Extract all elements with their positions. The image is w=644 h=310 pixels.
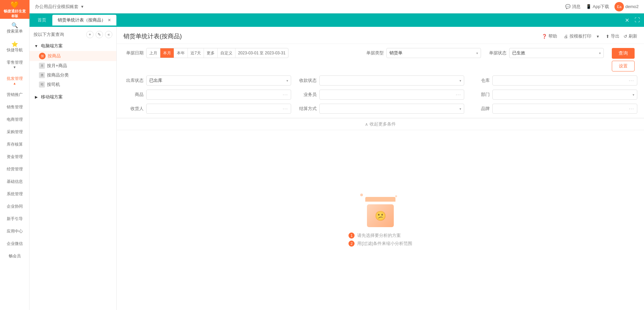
brand-label: 品牌 [470,106,490,112]
tree-item-by-product[interactable]: 按 按商品 [30,51,116,61]
sidebar-item-marketing[interactable]: 营销推广 [0,89,29,101]
sidebar-item-basic[interactable]: 基础信息 [0,175,29,188]
out-status-label: 出库状态 [123,78,144,84]
sidebar-item-membership[interactable]: 畅会员 [0,250,29,262]
tree-mobile-schemes[interactable]: ▶ 移动端方案 [30,92,116,102]
empty-state: 😕 1 请先选择要分析的方案 2 用[过滤]条件来缩小分析范围 [117,130,644,310]
date-last-month-btn[interactable]: 上月 [147,48,160,58]
print-btn[interactable]: 🖨 按模板打印 [561,33,594,39]
out-status-arrow-icon: ▾ [286,79,288,83]
tab-close-window-btn[interactable]: ✕ [624,16,631,25]
tab-close-icon[interactable]: ✕ [108,18,111,22]
recipient-input[interactable]: ··· [146,104,291,114]
app-download-btn[interactable]: 📱 App下载 [586,4,609,10]
sidebar-item-system[interactable]: 系统管理 [0,188,29,200]
settle-select[interactable]: ▾ [319,104,464,114]
product-label: 商品 [123,92,144,98]
sidebar-item-wholesale[interactable]: 批发管理 ▲ [0,72,29,89]
date-label: 单据日期 [123,50,144,56]
tree-by-driver-label: 按司机 [47,82,60,88]
user-menu[interactable]: Ea demo2 [614,2,639,11]
recipient-filter: 收货人 ··· [123,104,291,114]
download-icon: 📱 [586,4,591,9]
date-custom-btn[interactable]: 自定义 [218,48,235,58]
tabbar-actions: ✕ ⛶ [624,16,641,25]
print-icon: 🖨 [564,34,568,39]
sidebar-item-purchase[interactable]: 采购管理 [0,126,29,138]
print-dropdown-btn[interactable]: ▾ [594,34,602,39]
date-more-btn[interactable]: 更多 [204,48,218,58]
date-last-7-days-btn[interactable]: 近7天 [188,48,204,58]
date-this-year-btn[interactable]: 本年 [174,48,188,58]
avatar: Ea [614,2,624,11]
doc-type-select[interactable]: 销货单 ▾ [386,48,481,58]
dept-filter: 部门 ▾ [470,90,637,100]
query-button[interactable]: 查询 [612,48,635,59]
sidebar-item-management[interactable]: 经营管理 [0,163,29,175]
sidebar-item-wechat[interactable]: 企业微信 [0,238,29,250]
empty-line2: 用[过滤]条件来缩小分析范围 [357,241,412,247]
sidebar-item-enterprise[interactable]: 企业协同 [0,200,29,213]
edit-scheme-btn[interactable]: ✎ [96,31,103,38]
sidebar-item-newguide[interactable]: 新手引导 [0,213,29,225]
product-scheme-icon: 按 [39,53,46,59]
sidebar-item-appcenter[interactable]: 应用中心 [0,225,29,238]
out-status-select[interactable]: 已出库 ▾ [146,75,291,86]
doc-type-arrow-icon: ▾ [476,51,478,55]
right-panel: 销货单统计表(按商品) ❓ 帮助 🖨 按模板打印 ▾ [117,27,644,310]
doc-type-label: 单据类型 [364,50,384,56]
help-icon: ❓ [542,34,547,39]
app-download-label: App下载 [593,4,609,10]
collapse-icon: ∧ [365,122,368,127]
export-label: 导出 [611,33,620,39]
sidebar-item-sales[interactable]: 销售管理 [0,101,29,113]
receive-status-label: 收款状态 [297,78,317,84]
message-btn[interactable]: 💬 消息 [565,4,581,10]
dept-select[interactable]: ▾ [492,90,637,100]
workspace-selector[interactable]: 办公用品行业模拟账套 ▾ [35,4,84,10]
collapse-label: 收起更多条件 [370,121,396,127]
tab-home-label: 首页 [38,17,46,23]
brand-input[interactable]: ··· [492,104,637,114]
date-this-month-btn[interactable]: 本月 [160,48,174,58]
empty-illustration: 😕 [360,194,400,227]
message-icon: 💬 [565,4,571,9]
date-range-display: 2023-03-01 至 2023-03-31 [235,50,288,56]
settings-button[interactable]: 设置 [612,61,635,71]
tree-item-by-month-product[interactable]: 月 按月+商品 [30,61,116,70]
doc-status-select[interactable]: 已生效 ▾ [509,48,604,58]
sidebar-quicknav-label: 快捷导航 [1,47,28,53]
recipient-label: 收货人 [123,106,144,112]
warehouse-input[interactable]: ··· [492,75,637,86]
tree-item-by-category[interactable]: 类 按商品分类 [30,70,116,80]
product-input[interactable]: ··· [146,90,291,100]
topbar: 办公用品行业模拟账套 ▾ 💬 消息 📱 App下载 Ea demo2 [30,0,644,13]
brand-filter: 品牌 ··· [470,104,637,114]
collapse-panel-btn[interactable]: « [105,31,112,38]
sidebar-item-ecommerce[interactable]: 电商管理 [0,113,29,126]
left-panel-title: 按以下方案查询 [34,32,64,38]
refresh-icon: ↺ [624,34,627,39]
tab-home[interactable]: 首页 [32,15,52,25]
tab-maximize-btn[interactable]: ⛶ [633,16,641,24]
receive-status-select[interactable]: ▾ [319,75,464,86]
sidebar-search-label: 搜索菜单 [1,29,28,34]
main-area: 办公用品行业模拟账套 ▾ 💬 消息 📱 App下载 Ea demo2 首页 [30,0,644,310]
tree-mobile-expand-icon: ▶ [34,95,39,99]
help-btn[interactable]: ❓ 帮助 [542,33,557,39]
sidebar-item-inventory[interactable]: 库存核算 [0,138,29,151]
sales-input[interactable]: ··· [319,90,464,100]
collapse-more-btn[interactable]: ∧ 收起更多条件 [117,118,644,130]
tree-pc-schemes[interactable]: ▼ 电脑端方案 [30,41,116,51]
sidebar-item-search[interactable]: 🔍 搜索菜单 [0,19,29,38]
sidebar-item-retail[interactable]: 零售管理 ▼ [0,56,29,72]
tab-sales-stats-label: 销货单统计表（按商品） [58,17,106,23]
tab-sales-stats[interactable]: 销货单统计表（按商品） ✕ [52,15,116,25]
sidebar-item-quicknav[interactable]: ⭐ 快捷导航 [0,38,29,56]
export-btn[interactable]: ⬆ 导出 [606,33,620,39]
tree-item-by-driver[interactable]: 司 按司机 [30,80,116,89]
add-scheme-btn[interactable]: + [86,31,94,38]
query-actions-panel: 查询 设置 [609,48,637,71]
sidebar-item-finance[interactable]: 资金管理 [0,151,29,163]
refresh-btn[interactable]: ↺ 刷新 [624,33,637,39]
